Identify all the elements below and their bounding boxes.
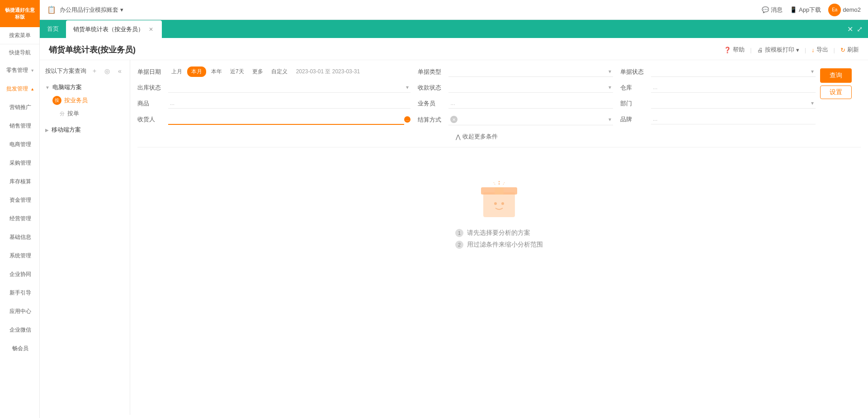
out-status-select[interactable]: ▾ (168, 82, 410, 93)
message-button[interactable]: 💬 消息 (762, 6, 783, 14)
collapse-button[interactable]: ⋀ 收起更多条件 (450, 131, 503, 142)
sidebar-label-newbie: 新手引导 (9, 290, 31, 296)
app-download-button[interactable]: 📱 App下载 (790, 6, 821, 14)
sidebar-item-wechat[interactable]: 企业微信 (0, 321, 39, 339)
date-more-btn[interactable]: 更多 (249, 66, 266, 77)
date-this-month-btn[interactable]: 本月 (187, 66, 206, 77)
date-last-month-btn[interactable]: 上月 (168, 66, 185, 77)
tab-sales-report[interactable]: 销货单统计表（按业务员） ✕ (66, 20, 162, 38)
date-7days-btn[interactable]: 近7天 (227, 66, 247, 77)
receiver-label: 收货人 (137, 115, 165, 124)
refresh-icon: ↻ (840, 47, 845, 53)
export-label: 导出 (816, 46, 828, 54)
help-button[interactable]: ❓ 帮助 (724, 46, 745, 54)
filter-doc-type: 单据类型 ▾ (418, 66, 613, 77)
avatar: Ea (828, 4, 841, 16)
sidebar-item-operations[interactable]: 经营管理 (0, 209, 39, 228)
receiver-more-icon[interactable]: … (404, 116, 410, 123)
sidebar-item-ecommerce[interactable]: 电商管理 (0, 135, 39, 154)
sidebar-label-wholesale: 批发管理 (6, 86, 28, 92)
collapse-panel-icon[interactable]: « (115, 66, 124, 76)
goods-select[interactable]: ... (168, 98, 410, 109)
sidebar-item-sales[interactable]: 销售管理 (0, 117, 39, 135)
sidebar-label-finance: 资金管理 (9, 197, 31, 203)
sidebar-item-wholesale[interactable]: 批发管理 ▲ (0, 80, 39, 98)
warehouse-select[interactable]: ... (651, 82, 816, 93)
sidebar-item-app-center[interactable]: 应用中心 (0, 302, 39, 321)
doc-type-select[interactable]: ▾ (448, 66, 613, 77)
tree-child-salesperson[interactable]: 按 按业务员 (40, 94, 130, 107)
export-icon: ↓ (811, 47, 815, 53)
sidebar-label-sales: 销售管理 (9, 123, 31, 129)
sidebar-item-system[interactable]: 系统管理 (0, 247, 39, 265)
tree-desktop-parent[interactable]: ▼ 电脑端方案 (40, 81, 130, 94)
message-label: 消息 (771, 6, 783, 14)
receiver-input[interactable] (168, 114, 404, 125)
search-menu-item[interactable]: 搜索菜单 (0, 27, 39, 44)
query-button[interactable]: 查询 (820, 68, 852, 83)
export-button[interactable]: ↓ 导出 (811, 46, 828, 54)
filter-goods: 商品 ... (137, 98, 410, 109)
refresh-button[interactable]: ↻ 刷新 (840, 46, 859, 54)
filter-brand: 品牌 ... (620, 114, 816, 124)
print-arrow-icon: ▾ (796, 47, 799, 53)
tab-home[interactable]: 首页 (40, 20, 66, 38)
step-1-num: 1 (455, 229, 463, 237)
payment-method-label: 结算方式 (418, 116, 445, 124)
sidebar-label-operations: 经营管理 (9, 215, 31, 222)
filter-receiver: 收货人 … (137, 114, 410, 125)
sidebar-item-inventory[interactable]: 库存核算 (0, 172, 39, 191)
doc-status-label: 单据状态 (620, 68, 647, 76)
breadcrumb-dropdown[interactable]: 办公用品行业模拟账套 ▾ (60, 6, 123, 14)
sidebar-label-system: 系统管理 (9, 252, 31, 259)
sidebar-item-newbie[interactable]: 新手引导 (0, 284, 39, 302)
doc-status-select[interactable]: ▾ (651, 66, 816, 77)
filter-out-status: 出库状态 ▾ (137, 82, 410, 93)
sidebar-item-basic-info[interactable]: 基础信息 (0, 228, 39, 247)
filter-row-3: 商品 ... 业务员 ... (137, 98, 816, 109)
add-scheme-icon[interactable]: ＋ (90, 66, 99, 76)
tree-sub-child-order[interactable]: 分 按单 (40, 107, 130, 120)
empty-box-svg (476, 176, 522, 222)
sidebar-item-retail[interactable]: 零售管理 ▼ (0, 61, 39, 80)
help-icon: ❓ (724, 47, 731, 53)
tab-sales-report-close-icon[interactable]: ✕ (147, 26, 155, 33)
brand-select[interactable]: ... (651, 114, 816, 124)
breadcrumb-icon: 📋 (47, 5, 56, 14)
refresh-label: 刷新 (847, 46, 859, 54)
page-header: 销货单统计表(按业务员) ❓ 帮助 | 🖨 按模板打印 ▾ | ↓ (40, 38, 868, 60)
tab-expand-icon[interactable]: ⤢ (857, 25, 863, 33)
tab-close-all-icon[interactable]: ✕ (847, 25, 853, 33)
sidebar-label-basic-info: 基础信息 (9, 234, 31, 240)
date-custom-btn[interactable]: 自定义 (268, 66, 291, 77)
tree-mobile-parent[interactable]: ▶ 移动端方案 (40, 124, 130, 136)
left-panel: 按以下方案查询 ＋ ◎ « ▼ 电脑端方案 按 (40, 60, 130, 415)
salesperson-select[interactable]: ... (448, 98, 613, 109)
edit-scheme-icon[interactable]: ◎ (103, 66, 112, 76)
sidebar-item-collab[interactable]: 企业协同 (0, 265, 39, 284)
print-button[interactable]: 🖨 按模板打印 ▾ (757, 46, 799, 54)
settings-button[interactable]: 设置 (820, 86, 852, 99)
user-profile[interactable]: Ea demo2 (828, 4, 861, 16)
payment-method-select[interactable]: ✕ ▾ (448, 114, 613, 125)
quick-nav-item[interactable]: 快捷导航 (0, 44, 39, 61)
sidebar-item-member[interactable]: 畅会员 (0, 339, 39, 358)
payment-status-arrow-icon: ▾ (609, 84, 611, 90)
salesperson-scheme-label: 按业务员 (64, 96, 88, 104)
sidebar-label-retail: 零售管理 (6, 67, 28, 73)
svg-rect-0 (483, 192, 515, 217)
sidebar-label-marketing: 营销推广 (9, 104, 31, 110)
sidebar-item-marketing[interactable]: 营销推广 (0, 98, 39, 117)
payment-method-clear-icon[interactable]: ✕ (450, 116, 458, 123)
warehouse-label: 仓库 (620, 84, 647, 92)
payment-status-select[interactable]: ▾ (448, 82, 613, 93)
sidebar-item-purchase[interactable]: 采购管理 (0, 154, 39, 172)
topbar: 📋 办公用品行业模拟账套 ▾ 💬 消息 📱 App下载 Ea demo2 (40, 0, 868, 20)
svg-line-5 (494, 182, 495, 185)
dept-select[interactable]: ▾ (651, 98, 816, 109)
sidebar-item-finance[interactable]: 资金管理 (0, 191, 39, 209)
logo-subtext: 标版 (15, 14, 25, 20)
message-icon: 💬 (762, 6, 769, 13)
page-title: 销货单统计表(按业务员) (49, 44, 136, 55)
date-this-year-btn[interactable]: 本年 (208, 66, 225, 77)
